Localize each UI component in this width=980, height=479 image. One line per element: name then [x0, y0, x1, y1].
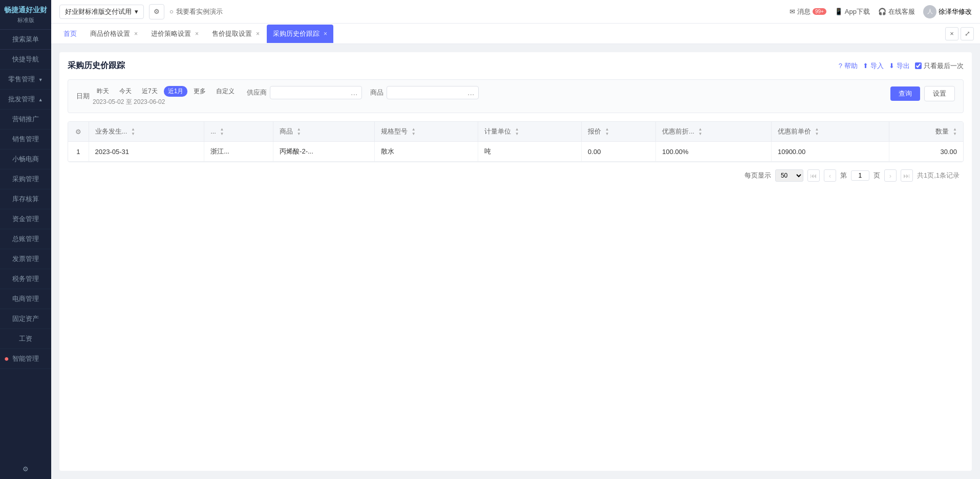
col-more[interactable]: ... ▲▼: [204, 122, 273, 142]
col-product[interactable]: 商品 ▲▼: [273, 122, 375, 142]
cell-unit: 吨: [478, 142, 582, 162]
sidebar-item-sales[interactable]: 销售管理: [0, 129, 51, 149]
next-page-button[interactable]: ›: [884, 169, 897, 182]
filter-actions: 查询 设置: [890, 86, 955, 101]
query-button[interactable]: 查询: [890, 86, 920, 101]
supplier-dots-button[interactable]: ...: [351, 88, 357, 97]
date-options: 昨天 今天 近7天 近1月 更多 自定义: [93, 86, 239, 97]
sidebar-item-wholesale[interactable]: 批发管理: [0, 90, 51, 110]
close-tab-button[interactable]: ×: [945, 27, 958, 40]
supplier-filter-group: 供应商 ...: [247, 86, 362, 99]
cell-quantity: 30.00: [889, 142, 963, 162]
tab-product-price[interactable]: 商品价格设置 ×: [84, 25, 144, 43]
tab-close-purchase-strategy[interactable]: ×: [195, 30, 199, 37]
col-unit[interactable]: 计量单位 ▲▼: [478, 122, 582, 142]
first-page-button[interactable]: ⏮: [807, 169, 820, 182]
sidebar-search[interactable]: 搜索菜单: [0, 30, 51, 50]
import-button[interactable]: ⬆ 导入: [863, 61, 884, 71]
per-page-label: 每页显示: [744, 171, 771, 180]
app-download-button[interactable]: 📱 App下载: [835, 7, 870, 16]
cell-spec: 散水: [375, 142, 478, 162]
date-opt-custom[interactable]: 自定义: [212, 86, 239, 97]
tab-right-buttons: × ⤢: [945, 27, 974, 40]
message-icon: ✉: [790, 8, 795, 15]
export-button[interactable]: ⬇ 导出: [889, 61, 910, 71]
cell-pre-discount-price: 10900.00: [771, 142, 889, 162]
messages-button[interactable]: ✉ 消息 99+: [790, 7, 826, 16]
data-table-wrapper: ⚙ 业务发生... ▲▼ ... ▲▼ 商品: [68, 121, 964, 162]
date-filter-group: 日期 昨天 今天 近7天 近1月 更多 自定义 2023-05-02 至 202…: [76, 86, 239, 106]
help-button[interactable]: ? 帮助: [839, 61, 858, 71]
sort-quantity-icon: ▲▼: [953, 127, 957, 136]
edition-label: 标准版: [4, 16, 47, 24]
demo-icon: ○: [169, 8, 174, 15]
per-page-select[interactable]: 50 100 200: [775, 169, 803, 182]
sidebar-item-payroll[interactable]: 工资: [0, 329, 51, 349]
product-dots-button[interactable]: ...: [467, 88, 474, 97]
sort-spec-icon: ▲▼: [412, 127, 416, 136]
date-opt-yesterday[interactable]: 昨天: [93, 86, 113, 97]
date-range-display: 2023-05-02 至 2023-06-02: [93, 98, 239, 106]
sidebar-item-assets[interactable]: 固定资产: [0, 309, 51, 329]
sidebar-item-invoice[interactable]: 发票管理: [0, 249, 51, 269]
version-selector[interactable]: 好业财标准版交付试用 ▾: [59, 5, 144, 19]
sidebar-item-tax[interactable]: 税务管理: [0, 269, 51, 289]
tab-purchase-strategy[interactable]: 进价策略设置 ×: [145, 25, 205, 43]
date-opt-last1month[interactable]: 近1月: [164, 86, 188, 97]
col-quantity[interactable]: 数量 ▲▼: [889, 122, 963, 142]
filter-bar: 日期 昨天 今天 近7天 近1月 更多 自定义 2023-05-02 至 202…: [68, 79, 964, 113]
page-title: 采购历史价跟踪: [68, 60, 125, 71]
prev-page-button[interactable]: ‹: [824, 169, 836, 182]
sort-biz-date-icon: ▲▼: [131, 127, 135, 136]
only-last-checkbox[interactable]: [915, 62, 922, 69]
supplier-input[interactable]: [274, 89, 349, 96]
sidebar-item-smart[interactable]: ● 智能管理: [0, 349, 51, 369]
sidebar-item-marketing[interactable]: 营销推广: [0, 110, 51, 129]
online-service-button[interactable]: 🎧 在线客服: [878, 7, 915, 16]
filter-settings-button[interactable]: 设置: [924, 86, 955, 101]
sidebar-item-finance[interactable]: 资金管理: [0, 209, 51, 229]
chevron-down-icon: ▾: [135, 8, 138, 15]
user-info[interactable]: 人 徐泽华修改: [923, 5, 972, 18]
page-number-input[interactable]: 1: [851, 170, 869, 181]
last-page-button[interactable]: ⏭: [901, 169, 913, 182]
header-right: ✉ 消息 99+ 📱 App下载 🎧 在线客服 人 徐泽华修改: [790, 5, 972, 18]
sort-discount-icon: ▲▼: [698, 127, 702, 136]
demo-button[interactable]: ○ 我要看实例演示: [169, 7, 223, 16]
sidebar-item-quick-nav[interactable]: 快捷导航: [0, 50, 51, 70]
sidebar-item-ecommerce[interactable]: 电商管理: [0, 289, 51, 309]
data-table: ⚙ 业务发生... ▲▼ ... ▲▼ 商品: [68, 122, 963, 162]
sidebar-item-purchase[interactable]: 采购管理: [0, 169, 51, 189]
col-discount[interactable]: 优惠前折... ▲▼: [656, 122, 772, 142]
sidebar-item-ecommerce-small[interactable]: 小畅电商: [0, 149, 51, 169]
page-suffix: 页: [874, 171, 880, 180]
sidebar-logo: 畅捷通好业财 标准版: [0, 0, 51, 30]
gear-icon[interactable]: ⚙: [75, 128, 81, 136]
tab-sale-price[interactable]: 售价提取设置 ×: [206, 25, 266, 43]
total-info: 共1页,1条记录: [917, 171, 960, 180]
sidebar-item-ledger[interactable]: 总账管理: [0, 229, 51, 249]
date-opt-today[interactable]: 今天: [115, 86, 136, 97]
pagination-bar: 每页显示 50 100 200 ⏮ ‹ 第 1 页 › ⏭ 共1页,1条记录: [68, 162, 964, 184]
maximize-tab-button[interactable]: ⤢: [961, 27, 974, 40]
sidebar-settings-icon[interactable]: ⚙: [0, 459, 51, 479]
col-pre-discount-price[interactable]: 优惠前单价 ▲▼: [771, 122, 889, 142]
tab-close-sale-price[interactable]: ×: [256, 30, 260, 37]
import-icon: ⬆: [863, 62, 868, 70]
table-header-row: ⚙ 业务发生... ▲▼ ... ▲▼ 商品: [68, 122, 963, 142]
col-biz-date[interactable]: 业务发生... ▲▼: [89, 122, 204, 142]
tab-home[interactable]: 首页: [57, 25, 83, 43]
date-opt-more[interactable]: 更多: [189, 86, 210, 97]
cell-biz-date: 2023-05-31: [89, 142, 204, 162]
phone-icon: 📱: [835, 8, 843, 15]
col-spec[interactable]: 规格型号 ▲▼: [375, 122, 478, 142]
tab-close-history-price[interactable]: ×: [324, 30, 327, 37]
date-opt-last7[interactable]: 近7天: [138, 86, 162, 97]
tab-history-price[interactable]: 采购历史价跟踪 ×: [267, 25, 333, 43]
tab-close-product-price[interactable]: ×: [134, 30, 138, 37]
header-settings-icon[interactable]: ⚙: [149, 4, 164, 19]
product-input[interactable]: [391, 89, 465, 96]
sidebar-item-retail[interactable]: 零售管理: [0, 70, 51, 90]
col-quote[interactable]: 报价 ▲▼: [582, 122, 656, 142]
sidebar-item-inventory[interactable]: 库存核算: [0, 189, 51, 209]
